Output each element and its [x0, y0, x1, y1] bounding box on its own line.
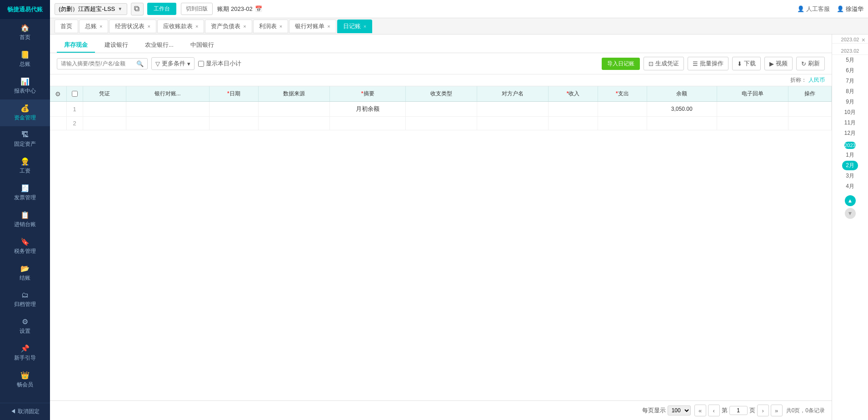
sidebar-item-fixed-assets[interactable]: 🏗 固定资产: [0, 126, 50, 153]
tab-label: 利润表: [259, 22, 277, 30]
scroll-down-icon[interactable]: ▼: [845, 208, 856, 219]
tab-journal[interactable]: 日记账 ×: [337, 20, 372, 33]
tab-general-ledger[interactable]: 总账 ×: [79, 20, 108, 33]
dropdown-arrow-icon: ▼: [118, 6, 122, 11]
workbench-button[interactable]: 工作台: [147, 3, 176, 15]
import-button[interactable]: 导入日记账: [602, 58, 640, 70]
month-2-active[interactable]: 2月: [842, 161, 858, 170]
sidebar-item-invoice[interactable]: 🧾 发票管理: [0, 179, 50, 206]
month-3[interactable]: 3月: [841, 171, 859, 181]
tab-home[interactable]: 首页: [55, 20, 78, 33]
prev-page-button[interactable]: ‹: [708, 405, 720, 416]
cell-voucher: [83, 102, 126, 117]
month-11[interactable]: 11月: [840, 118, 860, 128]
filter-button[interactable]: ▽ 更多条件 ▾: [151, 57, 195, 70]
current-year-label[interactable]: 2023: [844, 142, 855, 149]
chart-icon: 📊: [20, 77, 30, 86]
search-input[interactable]: [61, 60, 136, 67]
sidebar-item-reports[interactable]: 📊 报表中心: [0, 73, 50, 99]
old-version-button[interactable]: 切到旧版: [181, 3, 213, 15]
currency-selector[interactable]: 人民币: [808, 76, 825, 84]
refresh-button[interactable]: ↻ 刷新: [796, 57, 825, 70]
tab-close-icon[interactable]: ×: [279, 24, 282, 29]
sidebar-item-settlement[interactable]: 📂 结账: [0, 260, 50, 287]
sidebar-item-tax[interactable]: 🔖 税务管理: [0, 233, 50, 260]
month-10[interactable]: 10月: [840, 107, 860, 118]
invoice-icon: 🧾: [20, 184, 30, 193]
sidebar-item-archive[interactable]: 🗂 归档管理: [0, 287, 50, 313]
sub-tab-cash[interactable]: 库存现金: [57, 38, 95, 53]
sidebar-item-home[interactable]: 🏠 首页: [0, 19, 50, 46]
cell-action: [788, 117, 831, 130]
sub-tab-jianshe[interactable]: 建设银行: [97, 38, 135, 53]
sidebar-item-general[interactable]: 📒 总账: [0, 46, 50, 73]
show-today-sum-checkbox[interactable]: [198, 61, 204, 67]
tab-close-icon[interactable]: ×: [364, 24, 366, 29]
select-all-checkbox[interactable]: [72, 91, 78, 97]
per-page-label: 每页显示: [642, 406, 666, 415]
tab-profit[interactable]: 利润表 ×: [253, 20, 288, 33]
tab-bank-reconciliation[interactable]: 银行对账单 ×: [289, 20, 336, 33]
tab-label: 银行对账单: [295, 22, 324, 30]
gen-voucher-button[interactable]: ⊡ 生成凭证: [644, 57, 684, 70]
col-settings[interactable]: ⚙: [50, 86, 66, 102]
customer-service[interactable]: 👤 人工客服: [797, 5, 830, 13]
cell-summary: 月初余额: [329, 102, 405, 117]
next-page-button[interactable]: ›: [757, 405, 769, 416]
month-1[interactable]: 1月: [841, 150, 859, 160]
tab-receivables[interactable]: 应收账款表 ×: [157, 20, 204, 33]
month-6[interactable]: 6月: [841, 65, 859, 76]
settings-icon[interactable]: ⚙: [55, 90, 61, 98]
scroll-up-icon[interactable]: ▲: [845, 195, 856, 206]
currency-row: 折称： 人民币: [50, 74, 832, 86]
per-page-select[interactable]: 100 50 200: [668, 405, 691, 415]
month-9[interactable]: 9月: [841, 97, 859, 107]
video-button[interactable]: ▶ 视频: [764, 57, 793, 70]
calendar-icon[interactable]: 📅: [255, 5, 262, 12]
month-7[interactable]: 7月: [841, 76, 859, 86]
batch-label: 批量操作: [700, 59, 723, 68]
batch-button[interactable]: ☰ 批量操作: [688, 57, 728, 70]
month-12[interactable]: 12月: [840, 128, 860, 138]
first-page-button[interactable]: «: [694, 405, 706, 416]
sidebar-item-finance[interactable]: 💰 资金管理: [0, 99, 50, 126]
search-icon[interactable]: 🔍: [136, 60, 144, 67]
tab-close-icon[interactable]: ×: [100, 24, 102, 29]
sidebar-item-vip[interactable]: 👑 畅会员: [0, 366, 50, 393]
cell-checkbox: 1: [66, 102, 83, 117]
show-today-sum-label[interactable]: 显示本日小计: [198, 59, 241, 68]
company-selector[interactable]: (勿删）江西超宝-LSS ▼: [55, 3, 127, 15]
download-label: 下载: [744, 59, 756, 68]
sidebar-item-payroll[interactable]: 👷 工资: [0, 153, 50, 179]
tab-bar: 首页 总账 × 经营状况表 × 应收账款表 × 资产负债表 × 利润表 × 银行…: [50, 18, 868, 35]
month-5[interactable]: 5月: [841, 55, 859, 65]
sub-tab-zhongguo[interactable]: 中国银行: [183, 38, 221, 53]
sidebar-item-sales[interactable]: 📋 进销台账: [0, 206, 50, 233]
sub-tab-nongye[interactable]: 农业银行...: [138, 38, 181, 53]
last-page-button[interactable]: »: [771, 405, 783, 416]
user-info[interactable]: 👤 徐溢华: [837, 5, 863, 13]
service-label: 人工客服: [806, 5, 830, 13]
tab-close-icon[interactable]: ×: [327, 24, 330, 29]
gear-icon: ⚙: [22, 317, 28, 326]
month-8[interactable]: 8月: [841, 86, 859, 97]
sidebar-item-settings[interactable]: ⚙ 设置: [0, 313, 50, 340]
copy-button[interactable]: [131, 3, 144, 15]
tab-label: 资产负债表: [211, 22, 240, 30]
panel-close-button[interactable]: ×: [862, 36, 865, 44]
refresh-icon: ↻: [801, 60, 806, 67]
tab-business-status[interactable]: 经营状况表 ×: [109, 20, 156, 33]
col-balance: 余额: [647, 86, 717, 102]
page-number-input[interactable]: [729, 406, 748, 415]
main-area: (勿删）江西超宝-LSS ▼ 工作台 切到旧版 账期 2023-02 📅 👤 人…: [50, 0, 868, 420]
video-icon: ▶: [769, 60, 774, 67]
tab-close-icon[interactable]: ×: [147, 24, 150, 29]
tab-close-icon[interactable]: ×: [243, 24, 246, 29]
download-icon: ⬇: [737, 60, 742, 67]
month-4[interactable]: 4月: [841, 181, 859, 192]
tab-close-icon[interactable]: ×: [195, 24, 198, 29]
sidebar-toggle[interactable]: ◀ 取消固定: [0, 403, 50, 420]
sidebar-item-guide[interactable]: 📌 新手引导: [0, 340, 50, 366]
download-button[interactable]: ⬇ 下载: [732, 57, 761, 70]
tab-assets-liabilities[interactable]: 资产负债表 ×: [205, 20, 252, 33]
